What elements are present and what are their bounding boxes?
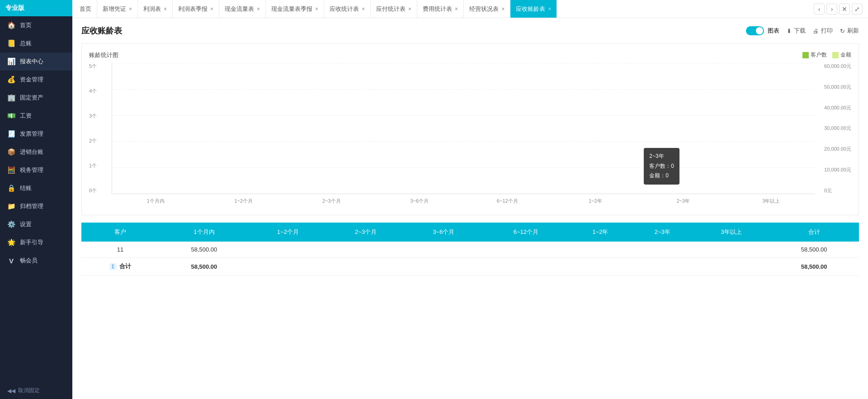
tab-voucher-close[interactable]: × bbox=[129, 6, 132, 12]
tab-cashflow-quarterly-close[interactable]: × bbox=[315, 6, 318, 12]
tab-bar: 首页 新增凭证 × 利润表 × 利润表季报 × 现金流量表 × 现金流量表季报 … bbox=[72, 0, 868, 18]
member-icon: V bbox=[7, 257, 15, 265]
legend-customer-count: 客户数 bbox=[802, 51, 827, 59]
x-axis: 1个月内 1~2个月 2~3个月 3~6个月 6~12个月 1~2年 2~3年 … bbox=[112, 194, 815, 208]
tab-aging[interactable]: 应收账龄表 × bbox=[510, 0, 557, 18]
tab-expense-stat-close[interactable]: × bbox=[455, 6, 458, 12]
sidebar-item-invoice[interactable]: 🧾 发票管理 bbox=[0, 125, 72, 143]
tooltip-period: 2~3年 bbox=[649, 152, 674, 162]
x-label-m2-3: 2~3个月 bbox=[288, 194, 376, 208]
download-button[interactable]: ⬇ 下载 bbox=[787, 27, 806, 35]
tab-receivable-stat-close[interactable]: × bbox=[362, 6, 365, 12]
table-row: 11 58,500.00 58,500.00 bbox=[81, 242, 859, 258]
tab-profit[interactable]: 利润表 × bbox=[138, 0, 173, 18]
sidebar-item-asset[interactable]: 🏢 固定资产 bbox=[0, 89, 72, 107]
tab-cashflow-label: 现金流量表 bbox=[225, 5, 254, 13]
y-right-0: 0元 bbox=[824, 187, 832, 194]
sidebar-logo: 专业版 bbox=[0, 0, 72, 16]
sidebar-item-home[interactable]: 🏠 首页 bbox=[0, 16, 72, 34]
home-icon: 🏠 bbox=[7, 21, 15, 29]
tax-icon: 🧮 bbox=[7, 166, 15, 174]
sidebar-item-stock[interactable]: 📦 进销台账 bbox=[0, 143, 72, 161]
tab-voucher[interactable]: 新增凭证 × bbox=[97, 0, 138, 18]
tab-payable-stat[interactable]: 应付统计表 × bbox=[371, 0, 417, 18]
cell-m2-3-1 bbox=[327, 242, 405, 258]
col-y3plus: 3年以上 bbox=[693, 223, 769, 242]
x-label-y1-2: 1~2年 bbox=[552, 194, 640, 208]
y-left-2: 2个 bbox=[89, 138, 97, 144]
sidebar-item-archive[interactable]: 📁 归档管理 bbox=[0, 197, 72, 215]
tab-cashflow-quarterly[interactable]: 现金流量表季报 × bbox=[266, 0, 324, 18]
asset-icon: 🏢 bbox=[7, 94, 15, 102]
sidebar-item-payroll[interactable]: 💵 工资 bbox=[0, 107, 72, 125]
refresh-button[interactable]: ↻ 刷新 bbox=[840, 27, 859, 35]
tab-profit-close[interactable]: × bbox=[164, 6, 167, 12]
col-customer: 客户 bbox=[81, 223, 159, 242]
y-right-60000: 60,000.00元 bbox=[824, 63, 851, 70]
sidebar-item-ledger[interactable]: 📒 总账 bbox=[0, 34, 72, 52]
total-m3-6 bbox=[405, 258, 482, 276]
chart-toggle[interactable] bbox=[746, 26, 764, 35]
tab-expense-stat[interactable]: 费用统计表 × bbox=[417, 0, 464, 18]
tab-business-stat-label: 经营状况表 bbox=[469, 5, 499, 13]
cell-total-1: 58,500.00 bbox=[769, 242, 859, 258]
chart-toggle-label: 图表 bbox=[768, 27, 779, 35]
tab-maximize-button[interactable]: ⤢ bbox=[852, 4, 863, 14]
total-label: Σ 合计 bbox=[85, 262, 156, 271]
tab-receivable-stat[interactable]: 应收统计表 × bbox=[324, 0, 371, 18]
tab-close-all-button[interactable]: ✕ bbox=[839, 4, 850, 14]
tab-payable-stat-label: 应付统计表 bbox=[376, 5, 406, 13]
tab-controls: ‹ › ✕ ⤢ bbox=[810, 4, 866, 14]
tab-profit-quarterly-close[interactable]: × bbox=[210, 6, 213, 12]
col-m1: 1个月内 bbox=[159, 223, 249, 242]
download-label: 下载 bbox=[794, 27, 806, 35]
sidebar-item-report[interactable]: 📊 报表中心 bbox=[0, 52, 72, 71]
chart-toggle-group: 图表 bbox=[746, 26, 779, 35]
legend-customer-label: 客户数 bbox=[811, 51, 827, 59]
tab-prev-button[interactable]: ‹ bbox=[814, 4, 825, 14]
sidebar-label-report: 报表中心 bbox=[20, 57, 43, 66]
y-left-1: 1个 bbox=[89, 162, 97, 169]
tab-payable-stat-close[interactable]: × bbox=[408, 6, 411, 12]
col-m1-2: 1~2个月 bbox=[249, 223, 327, 242]
settings-icon: ⚙️ bbox=[7, 220, 15, 228]
print-button[interactable]: 🖨 打印 bbox=[813, 27, 833, 35]
col-m6-12: 6~12个月 bbox=[483, 223, 570, 242]
refresh-icon: ↻ bbox=[840, 28, 845, 34]
chart-container: 账龄统计图 客户数 金额 5个 4个 3 bbox=[81, 43, 859, 215]
total-total: 58,500.00 bbox=[769, 258, 859, 276]
sidebar-item-fund[interactable]: 💰 资金管理 bbox=[0, 71, 72, 89]
tab-next-button[interactable]: › bbox=[826, 4, 837, 14]
tab-business-stat[interactable]: 经营状况表 × bbox=[464, 0, 510, 18]
sidebar-label-fund: 资金管理 bbox=[20, 76, 43, 84]
total-m6-12 bbox=[483, 258, 570, 276]
col-m3-6: 3~6个月 bbox=[405, 223, 482, 242]
sidebar-item-member[interactable]: V 畅会员 bbox=[0, 252, 72, 270]
tab-aging-close[interactable]: × bbox=[548, 6, 551, 12]
page-title: 应收账龄表 bbox=[81, 25, 122, 36]
tab-cashflow-close[interactable]: × bbox=[257, 6, 260, 12]
sidebar-pin-toggle[interactable]: ◀◀ 取消固定 bbox=[0, 382, 72, 399]
tab-profit-label: 利润表 bbox=[143, 5, 161, 13]
sidebar-item-close[interactable]: 🔒 结账 bbox=[0, 179, 72, 197]
sidebar-label-stock: 进销台账 bbox=[20, 148, 43, 156]
cell-customer-1: 11 bbox=[81, 242, 159, 258]
x-label-y3plus: 3年以上 bbox=[727, 194, 816, 208]
x-label-y2-3: 2~3年 bbox=[639, 194, 727, 208]
close-books-icon: 🔒 bbox=[7, 184, 15, 192]
tab-cashflow[interactable]: 现金流量表 × bbox=[219, 0, 266, 18]
tab-profit-quarterly[interactable]: 利润表季报 × bbox=[173, 0, 219, 18]
tab-home[interactable]: 首页 bbox=[74, 0, 97, 18]
fund-icon: 💰 bbox=[7, 76, 15, 84]
y-right-40000: 40,000.00元 bbox=[824, 104, 851, 111]
legend-amount-dot bbox=[832, 52, 839, 58]
sidebar-item-guide[interactable]: 🌟 新手引导 bbox=[0, 233, 72, 252]
total-label-cell: Σ 合计 bbox=[81, 258, 159, 276]
sidebar-item-tax[interactable]: 🧮 税务管理 bbox=[0, 161, 72, 179]
report-icon: 📊 bbox=[7, 57, 15, 66]
tab-business-stat-close[interactable]: × bbox=[501, 6, 505, 12]
invoice-icon: 🧾 bbox=[7, 130, 15, 138]
cell-m6-12-1 bbox=[483, 242, 570, 258]
total-y3plus bbox=[693, 258, 769, 276]
sidebar-item-settings[interactable]: ⚙️ 设置 bbox=[0, 215, 72, 233]
